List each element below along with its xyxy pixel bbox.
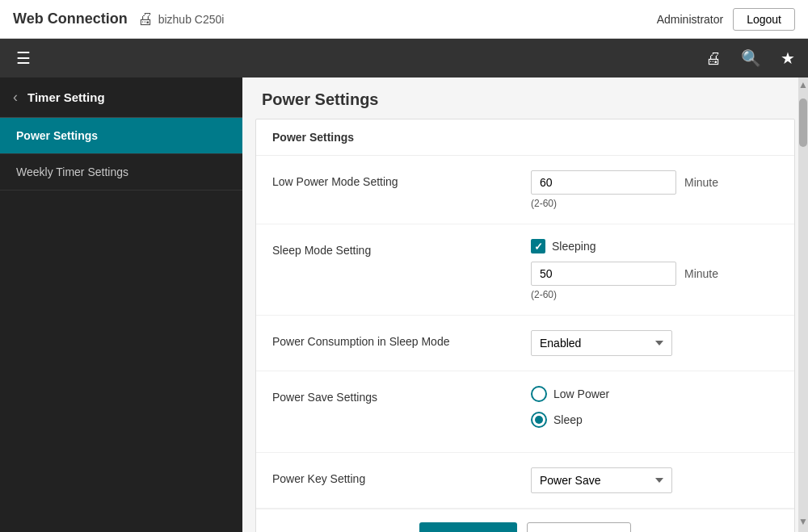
header-left: Web Connection 🖨 bizhub C250i: [13, 10, 224, 28]
hamburger-icon[interactable]: ☰: [10, 42, 37, 74]
back-arrow-icon[interactable]: ‹: [13, 89, 18, 106]
power-consumption-select[interactable]: Enabled Disabled: [531, 330, 672, 356]
card-title: Power Settings: [256, 119, 794, 156]
nav-bar-left: ☰: [10, 42, 37, 74]
sleeping-checkbox[interactable]: ✓: [531, 239, 545, 253]
search-icon[interactable]: 🔍: [738, 45, 764, 71]
power-consumption-control: Enabled Disabled: [531, 330, 778, 356]
sleep-radio-inner: [535, 416, 543, 424]
check-icon: ✓: [534, 241, 543, 253]
sleeping-checkbox-row[interactable]: ✓ Sleeping: [531, 239, 778, 253]
nav-bar: ☰ 🖨 🔍 ★: [0, 39, 808, 77]
ok-button[interactable]: OK: [419, 522, 518, 532]
power-key-label: Power Key Setting: [272, 467, 531, 485]
low-power-radio-row[interactable]: Low Power: [531, 386, 778, 402]
scrollbar[interactable]: ▲ ▼: [798, 77, 808, 532]
low-power-range-hint: (2-60): [531, 198, 778, 209]
low-power-mode-label: Low Power Mode Setting: [272, 170, 531, 188]
nav-bar-right: 🖨 🔍 ★: [702, 45, 798, 71]
printer-icon: 🖨: [137, 10, 154, 28]
sleep-unit: Minute: [684, 267, 718, 280]
cancel-button[interactable]: Cancel: [527, 522, 631, 532]
power-save-control: Low Power Sleep: [531, 386, 778, 438]
content-area: Power Settings Power Settings Low Power …: [242, 77, 808, 532]
low-power-radio-label: Low Power: [553, 387, 609, 400]
sidebar: ‹ Timer Setting Power Settings Weekly Ti…: [0, 77, 242, 532]
scroll-down-arrow[interactable]: ▼: [797, 514, 808, 529]
sleep-mode-label: Sleep Mode Setting: [272, 239, 531, 257]
sidebar-header: ‹ Timer Setting: [0, 77, 242, 118]
sleep-radio[interactable]: [531, 412, 547, 428]
power-save-label: Power Save Settings: [272, 386, 531, 404]
sleeping-label: Sleeping: [552, 240, 596, 253]
form-footer: OK Cancel: [256, 509, 794, 532]
sidebar-item-weekly-timer[interactable]: Weekly Timer Settings: [0, 154, 242, 191]
top-header: Web Connection 🖨 bizhub C250i Administra…: [0, 0, 808, 39]
device-name: bizhub C250i: [158, 13, 225, 26]
sleep-range-hint: (2-60): [531, 289, 778, 300]
settings-card: Power Settings Low Power Mode Setting Mi…: [255, 119, 795, 532]
sleep-mode-input[interactable]: [531, 262, 676, 286]
scrollbar-thumb[interactable]: [799, 98, 807, 147]
star-icon[interactable]: ★: [777, 45, 798, 71]
low-power-mode-input[interactable]: [531, 170, 676, 195]
scroll-up-arrow[interactable]: ▲: [797, 77, 808, 92]
sleep-mode-row: Sleep Mode Setting ✓ Sleeping Minute (2-…: [256, 224, 794, 316]
page-title: Power Settings: [242, 77, 808, 119]
low-power-unit: Minute: [684, 176, 718, 189]
logout-button[interactable]: Logout: [733, 8, 795, 31]
cart-icon[interactable]: 🖨: [702, 46, 725, 71]
header-right: Administrator Logout: [657, 8, 795, 31]
power-save-row: Power Save Settings Low Power Sleep: [256, 371, 794, 453]
low-power-mode-control: Minute (2-60): [531, 170, 778, 209]
power-key-select[interactable]: Power Save Power Off: [531, 467, 672, 493]
sidebar-item-power-settings[interactable]: Power Settings: [0, 118, 242, 154]
app-title: Web Connection: [13, 10, 128, 27]
admin-label: Administrator: [657, 13, 723, 26]
low-power-mode-row: Low Power Mode Setting Minute (2-60): [256, 156, 794, 224]
sleep-radio-row[interactable]: Sleep: [531, 412, 778, 428]
power-key-control: Power Save Power Off: [531, 467, 778, 493]
power-key-row: Power Key Setting Power Save Power Off: [256, 453, 794, 509]
sleep-radio-label: Sleep: [553, 413, 583, 426]
sidebar-title: Timer Setting: [27, 90, 105, 104]
main-layout: ‹ Timer Setting Power Settings Weekly Ti…: [0, 77, 808, 532]
power-consumption-label: Power Consumption in Sleep Mode: [272, 330, 531, 348]
device-info: 🖨 bizhub C250i: [137, 10, 225, 28]
power-consumption-row: Power Consumption in Sleep Mode Enabled …: [256, 316, 794, 371]
low-power-radio[interactable]: [531, 386, 547, 402]
sleep-mode-control: ✓ Sleeping Minute (2-60): [531, 239, 778, 300]
